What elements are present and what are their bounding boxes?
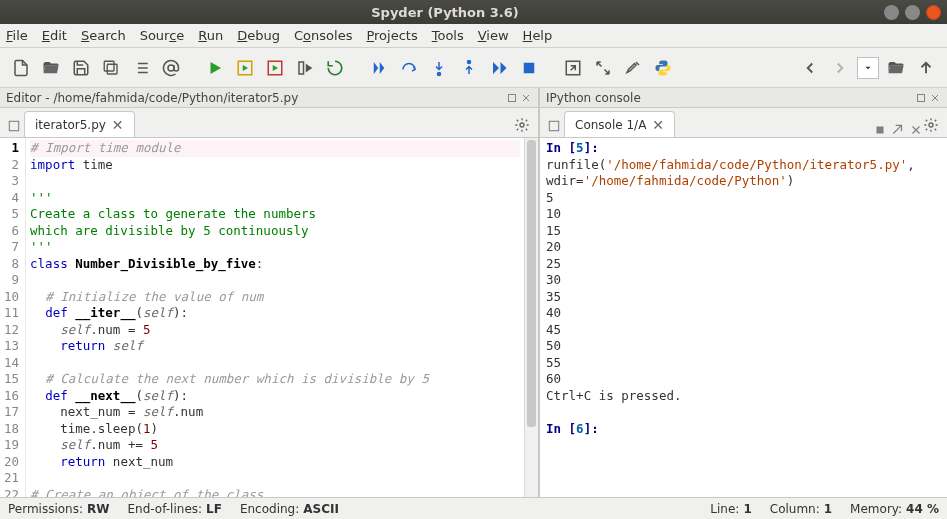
run-selection-icon[interactable] — [292, 55, 318, 81]
svg-rect-10 — [509, 94, 516, 101]
console-options-icon[interactable] — [923, 117, 939, 133]
python-icon[interactable] — [650, 55, 676, 81]
console-stop-icon[interactable] — [873, 123, 887, 137]
menu-file[interactable]: File — [6, 28, 28, 43]
fullscreen-icon[interactable] — [590, 55, 616, 81]
debug-step-icon[interactable] — [366, 55, 392, 81]
list-icon[interactable] — [128, 55, 154, 81]
debug-step-out-icon[interactable] — [456, 55, 482, 81]
menu-consoles[interactable]: Consoles — [294, 28, 352, 43]
new-file-icon[interactable] — [8, 55, 34, 81]
tab-close-icon[interactable]: ✕ — [112, 119, 124, 131]
working-dir-dropdown[interactable] — [857, 57, 879, 79]
back-icon[interactable] — [797, 55, 823, 81]
editor-tabbar: iterator5.py ✕ — [0, 108, 538, 138]
svg-rect-15 — [877, 127, 884, 134]
debug-step-into-icon[interactable] — [426, 55, 452, 81]
console-tabbar: Console 1/A ✕ — [540, 108, 947, 138]
svg-point-7 — [468, 60, 471, 63]
maximize-button[interactable] — [905, 5, 920, 20]
console-clear-icon[interactable] — [891, 123, 905, 137]
code-area[interactable]: # Import time moduleimport time '''Creat… — [26, 138, 524, 497]
menu-run[interactable]: Run — [198, 28, 223, 43]
svg-point-12 — [520, 123, 524, 127]
menu-projects[interactable]: Projects — [366, 28, 417, 43]
svg-rect-13 — [918, 94, 925, 101]
pane-undock-icon[interactable] — [506, 92, 518, 104]
menubar: File Edit Search Source Run Debug Consol… — [0, 24, 947, 48]
window-titlebar: Spyder (Python 3.6) — [0, 0, 947, 24]
pane-close-icon[interactable] — [520, 92, 532, 104]
status-memory: Memory: 44 % — [850, 502, 939, 516]
forward-icon[interactable] — [827, 55, 853, 81]
at-icon[interactable] — [158, 55, 184, 81]
editor-options-icon[interactable] — [514, 117, 530, 133]
maximize-pane-icon[interactable] — [560, 55, 586, 81]
rerun-icon[interactable] — [322, 55, 348, 81]
debug-continue-icon[interactable] — [486, 55, 512, 81]
status-line: Line: 1 — [710, 502, 751, 516]
debug-stop-icon[interactable] — [516, 55, 542, 81]
menu-help[interactable]: Help — [523, 28, 553, 43]
status-permissions: Permissions: RW — [8, 502, 110, 516]
run-cell-advance-icon[interactable] — [262, 55, 288, 81]
status-eol: End-of-lines: LF — [128, 502, 222, 516]
console-tab-label: Console 1/A — [575, 118, 646, 132]
open-file-icon[interactable] — [38, 55, 64, 81]
console-pane: IPython console Console 1/A ✕ In [5]: ru… — [540, 88, 947, 497]
run-icon[interactable] — [202, 55, 228, 81]
editor-pane-title: Editor - /home/fahmida/code/Python/itera… — [6, 91, 298, 105]
close-button[interactable] — [926, 5, 941, 20]
main-area: Editor - /home/fahmida/code/Python/itera… — [0, 88, 947, 497]
console-tab-list-icon[interactable] — [544, 115, 564, 137]
debug-step-over-icon[interactable] — [396, 55, 422, 81]
console-tab-close-icon[interactable]: ✕ — [652, 119, 664, 131]
svg-rect-1 — [107, 64, 117, 74]
console-pane-title: IPython console — [546, 91, 641, 105]
console-output[interactable]: In [5]: runfile('/home/fahmida/code/Pyth… — [540, 138, 947, 497]
window-controls — [884, 5, 941, 20]
code-editor[interactable]: 12345678910111213141516171819202122 # Im… — [0, 138, 538, 497]
preferences-icon[interactable] — [620, 55, 646, 81]
run-cell-icon[interactable] — [232, 55, 258, 81]
console-close-icon[interactable] — [929, 92, 941, 104]
line-number-gutter: 12345678910111213141516171819202122 — [0, 138, 26, 497]
tab-list-icon[interactable] — [4, 115, 24, 137]
toolbar — [0, 48, 947, 88]
menu-source[interactable]: Source — [140, 28, 185, 43]
svg-point-2 — [168, 65, 174, 71]
console-tab[interactable]: Console 1/A ✕ — [564, 111, 675, 137]
console-pane-header: IPython console — [540, 88, 947, 108]
menu-debug[interactable]: Debug — [237, 28, 280, 43]
svg-rect-14 — [549, 121, 558, 130]
svg-point-16 — [929, 123, 933, 127]
svg-rect-5 — [299, 62, 304, 74]
editor-pane-header: Editor - /home/fahmida/code/Python/itera… — [0, 88, 538, 108]
editor-tab[interactable]: iterator5.py ✕ — [24, 111, 135, 137]
editor-scrollbar[interactable] — [524, 138, 538, 497]
status-column: Column: 1 — [770, 502, 832, 516]
save-all-icon[interactable] — [98, 55, 124, 81]
menu-edit[interactable]: Edit — [42, 28, 67, 43]
parent-dir-icon[interactable] — [913, 55, 939, 81]
svg-rect-8 — [524, 62, 535, 73]
menu-search[interactable]: Search — [81, 28, 126, 43]
svg-point-6 — [438, 72, 441, 75]
console-undock-icon[interactable] — [915, 92, 927, 104]
save-icon[interactable] — [68, 55, 94, 81]
svg-rect-11 — [9, 121, 18, 130]
browse-dir-icon[interactable] — [883, 55, 909, 81]
svg-rect-0 — [104, 61, 114, 71]
menu-tools[interactable]: Tools — [432, 28, 464, 43]
console-interrupt-icon[interactable] — [909, 123, 923, 137]
menu-view[interactable]: View — [478, 28, 509, 43]
statusbar: Permissions: RW End-of-lines: LF Encodin… — [0, 497, 947, 519]
window-title: Spyder (Python 3.6) — [6, 5, 884, 20]
minimize-button[interactable] — [884, 5, 899, 20]
editor-tab-label: iterator5.py — [35, 118, 106, 132]
editor-pane: Editor - /home/fahmida/code/Python/itera… — [0, 88, 540, 497]
status-encoding: Encoding: ASCII — [240, 502, 339, 516]
